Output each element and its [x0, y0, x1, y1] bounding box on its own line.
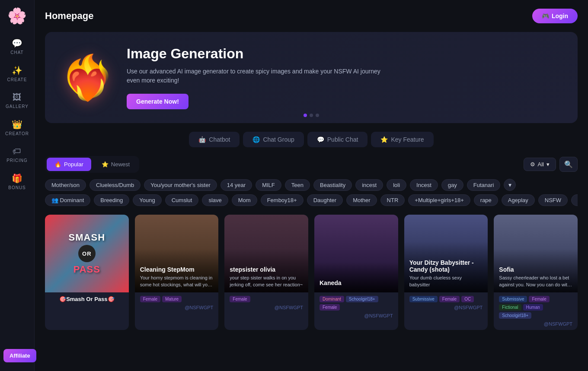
- bonus-icon: 🎁: [12, 173, 23, 184]
- card-kaneda-creator: @NSFWGPT: [320, 313, 393, 318]
- tag-loli[interactable]: loli: [387, 179, 406, 191]
- tag-futanari[interactable]: Futanari: [467, 179, 501, 191]
- logo[interactable]: 🌸: [7, 7, 27, 25]
- tag-female-babysitter: Female: [439, 296, 460, 302]
- card-sofia-footer: Submissive Female Fictional Human School…: [494, 292, 578, 330]
- card-stepmom-overlay: Cleaning StepMom Your horny stepmom is c…: [135, 249, 219, 292]
- newest-icon: ⭐: [102, 161, 109, 168]
- sort-buttons: 🔥 Popular ⭐ Newest: [45, 156, 139, 173]
- tag-mothers-sister[interactable]: You/your mother's sister: [144, 179, 217, 191]
- tag-milf[interactable]: MILF: [256, 179, 281, 191]
- tag-young[interactable]: Young: [133, 194, 161, 206]
- tag-ntr[interactable]: NTR: [380, 194, 405, 206]
- card-stepmom-title: Cleaning StepMom: [140, 266, 214, 273]
- tag-mothersson[interactable]: Mother/son: [45, 179, 86, 191]
- sidebar: 🌸 💬 CHAT ✨ CREATE 🖼 GALLERY 👑 CREATOR 🏷 …: [0, 0, 35, 371]
- tag-femdom[interactable]: Femdom: [571, 194, 578, 206]
- card-sofia[interactable]: Sofia Sassy cheerleader who lost a bet a…: [494, 215, 578, 330]
- tags-expand-button[interactable]: ▾: [504, 179, 516, 191]
- tab-key-feature[interactable]: ⭐ Key Feature: [371, 132, 433, 147]
- tag-ageplay[interactable]: Ageplay: [502, 194, 535, 206]
- sidebar-item-create[interactable]: ✨ CREATE: [0, 61, 34, 86]
- tag-slave[interactable]: slave: [202, 194, 228, 206]
- tag-beastiality[interactable]: Beastiality: [313, 179, 352, 191]
- sidebar-item-gallery[interactable]: 🖼 GALLERY: [0, 88, 34, 113]
- tag-mature: Mature: [162, 296, 182, 302]
- card-babysitter-tags: Submissive Female OC: [409, 296, 483, 302]
- tab-public-chat[interactable]: 💬 Public Chat: [307, 132, 368, 147]
- generate-now-button[interactable]: Generate Now!: [127, 94, 189, 109]
- tab-chatbot[interactable]: 🤖 Chatbot: [189, 132, 240, 147]
- tag-cumslut[interactable]: Cumslut: [165, 194, 199, 206]
- tag-human-sofia: Human: [523, 304, 543, 311]
- banner-title: Image Generation: [127, 46, 562, 62]
- card-olivia-footer: Female @NSFWGPT: [224, 292, 308, 314]
- tag-female-olivia: Female: [230, 296, 250, 302]
- card-smash-title: 🎯Smash Or Pass🎯: [50, 296, 124, 302]
- tag-female-kaneda: Female: [320, 304, 340, 311]
- tag-femboy[interactable]: Femboy18+: [261, 194, 304, 206]
- sidebar-item-pricing[interactable]: 🏷 PRICING: [0, 142, 34, 167]
- tab-chat-group[interactable]: 🌐 Chat Group: [243, 132, 304, 147]
- card-smash-or-pass[interactable]: SMASH OR PASS 🎯Smash Or Pass🎯: [45, 215, 129, 330]
- tag-breeding[interactable]: Breeding: [94, 194, 129, 206]
- affiliate-button[interactable]: Affiliate: [3, 349, 36, 362]
- tag-mom[interactable]: Mom: [232, 194, 257, 206]
- banner-description: Use our advanced AI image generator to c…: [127, 67, 386, 85]
- tag-incest-upper[interactable]: Incest: [410, 179, 438, 191]
- tag-dominant-kaneda: Dominant: [320, 296, 344, 302]
- creator-icon: 👑: [12, 119, 23, 130]
- banner-dots: [304, 114, 319, 117]
- card-ditzy-babysitter[interactable]: Your Ditzy Babysitter - Candy (shota) Yo…: [404, 215, 488, 330]
- banner-dot-1[interactable]: [304, 114, 307, 117]
- card-stepmom-image: Cleaning StepMom Your horny stepmom is c…: [135, 215, 219, 292]
- card-sofia-creator: @NSFWGPT: [499, 321, 572, 327]
- page-title: Homepage: [45, 10, 93, 22]
- tag-14year[interactable]: 14 year: [220, 179, 252, 191]
- sidebar-item-bonus[interactable]: 🎁 BONUS: [0, 169, 34, 194]
- filter-icon: ⚙: [530, 161, 535, 168]
- tag-daughter[interactable]: Daughter: [307, 194, 343, 206]
- card-babysitter-title: Your Ditzy Babysitter - Candy (shota): [409, 259, 483, 273]
- search-button[interactable]: 🔍: [559, 157, 578, 172]
- tag-female-sofia: Female: [529, 296, 549, 302]
- login-button[interactable]: 🎮 Login: [532, 9, 578, 23]
- tag-incest-lower[interactable]: incest: [355, 179, 383, 191]
- tag-teen[interactable]: Teen: [285, 179, 310, 191]
- tag-schoolgirl-kaneda: Schoolgirl18+: [346, 296, 378, 302]
- chevron-down-icon: ▾: [546, 161, 550, 168]
- sort-newest-button[interactable]: ⭐ Newest: [94, 158, 137, 171]
- sort-popular-button[interactable]: 🔥 Popular: [47, 158, 91, 171]
- card-kaneda-image: Kaneda: [314, 215, 398, 292]
- banner-dot-3[interactable]: [316, 114, 319, 117]
- tag-gay[interactable]: gay: [441, 179, 463, 191]
- tag-nsfw[interactable]: NSFW: [538, 194, 568, 206]
- public-chat-icon: 💬: [317, 136, 324, 143]
- tag-rape[interactable]: rape: [474, 194, 498, 206]
- banner-content: Image Generation Use our advanced AI ima…: [127, 46, 562, 109]
- card-kaneda[interactable]: Kaneda Dominant Schoolgirl18+ Female @NS…: [314, 215, 398, 330]
- banner-dot-2[interactable]: [310, 114, 313, 117]
- cards-grid: SMASH OR PASS 🎯Smash Or Pass🎯 Cleaning S…: [45, 215, 578, 330]
- tag-mother[interactable]: Mother: [346, 194, 377, 206]
- filter-row: 🔥 Popular ⭐ Newest ⚙ All ▾ 🔍: [45, 156, 578, 173]
- card-kaneda-tags: Dominant Schoolgirl18+ Female: [320, 296, 393, 311]
- card-smash-or-pass-image: SMASH OR PASS: [45, 215, 129, 292]
- all-filter-dropdown[interactable]: ⚙ All ▾: [524, 158, 556, 171]
- tags-row-2: 👥 Dominant Breeding Young Cumslut slave …: [45, 194, 578, 206]
- card-stepsister-olivia[interactable]: stepsister olivia your step sister walks…: [224, 215, 308, 330]
- sidebar-item-creator[interactable]: 👑 CREATOR: [0, 115, 34, 140]
- card-stepmom-creator: @NSFWGPT: [140, 305, 214, 310]
- card-cleaning-stepmom[interactable]: Cleaning StepMom Your horny stepmom is c…: [135, 215, 219, 330]
- chat-group-icon: 🌐: [252, 136, 260, 143]
- card-babysitter-overlay: Your Ditzy Babysitter - Candy (shota) Yo…: [404, 242, 488, 292]
- key-feature-icon: ⭐: [380, 136, 388, 143]
- sidebar-item-chat[interactable]: 💬 CHAT: [0, 34, 34, 59]
- chat-icon: 💬: [12, 38, 23, 48]
- tag-dominant[interactable]: 👥 Dominant: [45, 194, 90, 206]
- card-kaneda-title: Kaneda: [320, 279, 393, 286]
- main-content: Homepage 🎮 Login ❤️‍🔥 Image Generation U…: [35, 0, 588, 371]
- chatbot-icon: 🤖: [198, 136, 206, 143]
- tag-clueless[interactable]: Clueless/Dumb: [89, 179, 141, 191]
- tag-multiple-girls[interactable]: +Multiple+girls+18+: [408, 194, 470, 206]
